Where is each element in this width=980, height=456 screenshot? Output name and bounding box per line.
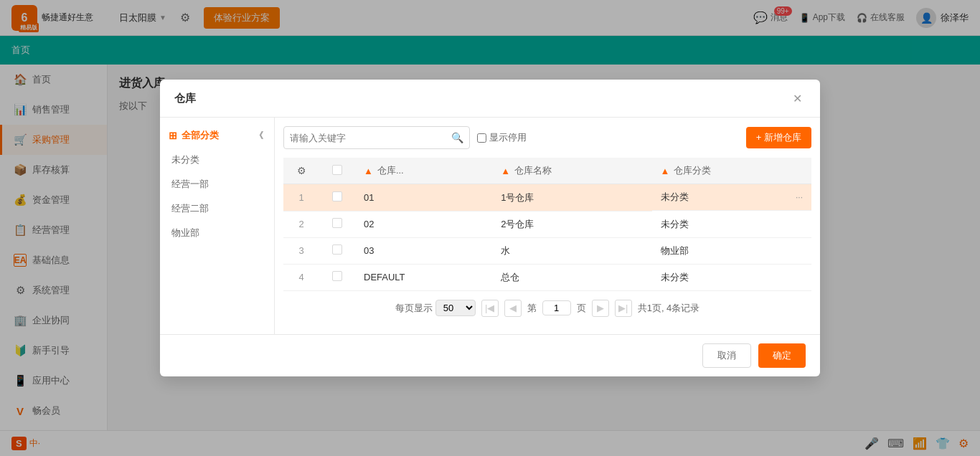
row-category: 未分类	[652, 264, 811, 290]
col-category[interactable]: ▲ 仓库分类	[652, 158, 811, 184]
col-name[interactable]: ▲ 仓库名称	[492, 158, 651, 184]
row-category: 未分类	[652, 211, 811, 237]
collapse-icon[interactable]: 《	[253, 129, 265, 142]
search-icon[interactable]: 🔍	[451, 132, 463, 143]
category-item-operations2[interactable]: 经营二部	[160, 196, 274, 221]
col-checkbox	[319, 158, 355, 184]
modal-overlay: 仓库 ✕ ⊞ 全部分类 《 未分类 经营一部 经营二部 物业部	[0, 0, 980, 456]
table-row[interactable]: 1 01 1号仓库 未分类 ···	[283, 184, 811, 212]
row-checkbox[interactable]	[319, 237, 355, 264]
row-category: 未分类 ···	[652, 184, 811, 211]
table-panel: 🔍 显示停用 + 新增仓库 ⚙	[275, 118, 820, 334]
row-name: 1号仓库	[492, 184, 651, 212]
grid-icon: ⊞	[169, 130, 177, 141]
per-page-label: 每页显示	[395, 302, 433, 315]
category-item-unclassified[interactable]: 未分类	[160, 148, 274, 172]
dialog-footer: 取消 确定	[160, 334, 820, 376]
row-checkbox[interactable]	[319, 264, 355, 290]
table-toolbar: 🔍 显示停用 + 新增仓库	[283, 126, 811, 149]
page-number-input[interactable]	[542, 300, 571, 315]
prev-page-btn[interactable]: ◀	[504, 300, 522, 317]
category-item-operations1[interactable]: 经营一部	[160, 172, 274, 196]
row-checkbox[interactable]	[319, 211, 355, 237]
dialog-body: ⊞ 全部分类 《 未分类 经营一部 经营二部 物业部 🔍	[160, 118, 820, 334]
total-info: 共1页, 4条记录	[638, 302, 700, 315]
row-name: 2号仓库	[492, 211, 651, 237]
col-name-label: 仓库名称	[514, 164, 552, 177]
col-code[interactable]: ▲ 仓库...	[355, 158, 492, 184]
warehouse-table: ⚙ ▲ 仓库... ▲ 仓库名称	[283, 158, 811, 291]
row-no: 1	[283, 184, 319, 212]
page-label: 第	[527, 302, 537, 315]
row-name: 水	[492, 237, 651, 264]
last-page-btn[interactable]: ▶|	[615, 300, 632, 317]
table-row[interactable]: 4 DEFAULT 总仓 未分类	[283, 264, 811, 290]
confirm-button[interactable]: 确定	[758, 343, 806, 368]
show-disabled-label: 显示停用	[489, 131, 527, 144]
col-settings[interactable]: ⚙	[283, 158, 319, 184]
cancel-button[interactable]: 取消	[702, 343, 751, 368]
dialog-title: 仓库	[174, 92, 196, 105]
row-checkbox[interactable]	[319, 184, 355, 212]
row-code: 01	[355, 184, 492, 212]
category-panel: ⊞ 全部分类 《 未分类 经营一部 经营二部 物业部	[160, 118, 275, 334]
sort-icon-name: ▲	[501, 166, 510, 176]
dialog-close-button[interactable]: ✕	[788, 90, 806, 107]
row-name: 总仓	[492, 264, 651, 290]
all-categories-header[interactable]: ⊞ 全部分类 《	[160, 123, 274, 148]
row-no: 3	[283, 237, 319, 264]
per-page-select[interactable]: 50 10 20 100	[435, 300, 476, 316]
table-row[interactable]: 2 02 2号仓库 未分类	[283, 211, 811, 237]
search-box: 🔍	[283, 126, 470, 149]
row-code: 02	[355, 211, 492, 237]
new-warehouse-btn[interactable]: + 新增仓库	[746, 127, 811, 148]
row-code: 03	[355, 237, 492, 264]
page-unit: 页	[577, 302, 586, 315]
search-input[interactable]	[290, 133, 451, 143]
table-row[interactable]: 3 03 水 物业部	[283, 237, 811, 264]
sort-icon-category: ▲	[661, 166, 670, 176]
sort-icon-code: ▲	[364, 166, 373, 176]
first-page-btn[interactable]: |◀	[481, 300, 499, 317]
show-disabled-checkbox-label[interactable]: 显示停用	[477, 131, 527, 144]
next-page-btn[interactable]: ▶	[592, 300, 609, 317]
row-no: 2	[283, 211, 319, 237]
per-page-selector: 每页显示 50 10 20 100	[395, 300, 476, 316]
row-category: 物业部	[652, 237, 811, 264]
col-code-label: 仓库...	[377, 164, 404, 177]
row-no: 4	[283, 264, 319, 290]
col-category-label: 仓库分类	[674, 164, 711, 177]
pagination: 每页显示 50 10 20 100 |◀ ◀ 第 页 ▶ ▶|	[283, 291, 811, 326]
warehouse-dialog: 仓库 ✕ ⊞ 全部分类 《 未分类 经营一部 经营二部 物业部	[160, 80, 820, 376]
all-categories-label: 全部分类	[182, 129, 219, 142]
row-code: DEFAULT	[355, 264, 492, 290]
category-item-property[interactable]: 物业部	[160, 221, 274, 245]
row-actions[interactable]: ···	[796, 192, 803, 202]
show-disabled-checkbox[interactable]	[477, 133, 486, 143]
dialog-header: 仓库 ✕	[160, 80, 820, 118]
